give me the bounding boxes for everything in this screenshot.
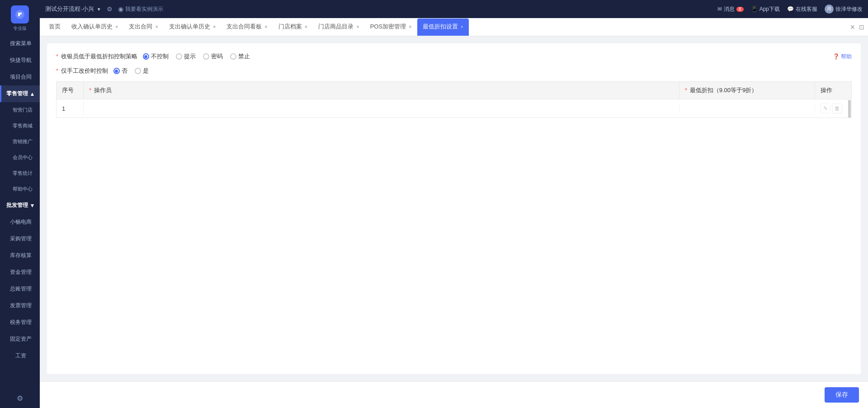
tab-close-icon[interactable]: × xyxy=(115,24,118,29)
radio-label-yes: 是 xyxy=(143,67,149,75)
tab-min-discount-settings[interactable]: 最低折扣设置 × xyxy=(417,19,469,36)
radio-yes[interactable]: 是 xyxy=(135,67,149,75)
tab-payment-contract-board[interactable]: 支出合同看板 × xyxy=(221,19,273,36)
sidebar-item-label: 会员中心 xyxy=(7,154,38,161)
topbar: 测试分开流程·小兴 ▼ ⚙ ◉ 我要看实例演示 ✉ 消息 8 📱 App下载 💬… xyxy=(40,0,868,18)
sidebar-item-marketing[interactable]: 营销推广 xyxy=(0,134,40,150)
sidebar-item-label: 帮助中心 xyxy=(7,186,38,192)
tab-store-product-catalog[interactable]: 门店商品目录 × xyxy=(313,19,364,36)
tabbar: 首页 收入确认单历史 × 支出合同 × 支出确认单历史 × 支出合同看板 × 门… xyxy=(40,18,868,36)
tab-expand-icon[interactable]: ⊡ xyxy=(859,23,864,31)
sidebar-item-label: 小畅电商 xyxy=(3,218,38,226)
required-star: * xyxy=(56,53,58,60)
online-support-button[interactable]: 💬 在线客服 xyxy=(787,5,817,13)
tab-store-file[interactable]: 门店档案 × xyxy=(273,19,313,36)
cell-operator[interactable] xyxy=(84,105,679,112)
sidebar-item-fixed-assets[interactable]: 固定资产 xyxy=(0,331,40,347)
demo-link[interactable]: ◉ 我要看实例演示 xyxy=(118,5,163,13)
tab-label: POS加密管理 xyxy=(370,23,406,31)
tab-close-icon[interactable]: × xyxy=(461,24,463,29)
sidebar-item-label: 库存核算 xyxy=(3,252,38,259)
tab-close-all-icon[interactable]: ✕ xyxy=(850,23,855,31)
tab-payment-contract[interactable]: 支出合同 × xyxy=(123,19,163,36)
message-icon: ✉ xyxy=(717,6,722,12)
user-icon: 用 xyxy=(825,5,834,14)
sidebar-item-retail-mall[interactable]: 零售商城 xyxy=(0,118,40,134)
tab-label: 最低折扣设置 xyxy=(423,23,458,31)
sidebar-item-quick-nav[interactable]: 快捷导航 xyxy=(0,52,40,69)
topbar-settings-icon[interactable]: ⚙ xyxy=(107,5,113,13)
delete-row-button[interactable]: 🗑 xyxy=(832,103,842,113)
form-row-discount-control: * 收银员低于最低折扣控制策略 不控制 提示 xyxy=(56,52,852,61)
sidebar-item-label: 零售统计 xyxy=(7,170,38,177)
tab-close-icon[interactable]: × xyxy=(409,24,411,29)
gear-icon: ⚙ xyxy=(17,394,23,402)
radio-forbid[interactable]: 禁止 xyxy=(230,52,250,61)
tab-close-icon[interactable]: × xyxy=(264,24,267,29)
sidebar-item-member-center[interactable]: 会员中心 xyxy=(0,150,40,165)
sidebar-item-inventory[interactable]: 库存核算 xyxy=(0,247,40,264)
content-wrapper: * 收银员低于最低折扣控制策略 不控制 提示 xyxy=(40,36,868,408)
sidebar-item-label: 快捷导航 xyxy=(3,56,38,64)
tab-income-confirm-history[interactable]: 收入确认单历史 × xyxy=(66,19,123,36)
app-logo-icon xyxy=(11,5,29,23)
radio-label-forbid: 禁止 xyxy=(238,52,250,61)
tab-payment-confirm-history[interactable]: 支出确认单历史 × xyxy=(164,19,221,36)
sidebar-item-label: 零售商城 xyxy=(7,122,38,129)
app-download-label: App下载 xyxy=(760,5,780,13)
radio-no[interactable]: 否 xyxy=(113,67,127,75)
message-button[interactable]: ✉ 消息 8 xyxy=(717,5,744,13)
sidebar-settings-button[interactable]: ⚙ xyxy=(0,389,40,408)
sidebar-item-batch-mgmt[interactable]: 批发管理 ▼ xyxy=(0,197,40,214)
sidebar-item-search[interactable]: 搜索菜单 xyxy=(0,35,40,52)
sidebar-item-general-ledger[interactable]: 总账管理 xyxy=(0,281,40,297)
sidebar-item-invoice-mgmt[interactable]: 发票管理 xyxy=(0,297,40,314)
message-label: 消息 xyxy=(724,5,735,13)
sidebar-item-label: 批发管理 xyxy=(6,202,28,209)
sidebar-item-help-center[interactable]: 帮助中心 xyxy=(0,181,40,197)
circle-icon: ◉ xyxy=(118,5,123,13)
form-label-manual-price: * 仅手工改价时控制 xyxy=(56,67,108,75)
cell-min-discount[interactable] xyxy=(679,105,815,112)
app-version-label: 专业版 xyxy=(13,25,27,32)
radio-icon-forbid xyxy=(230,53,236,60)
tab-home[interactable]: 首页 xyxy=(43,19,66,36)
project-selector[interactable]: 测试分开流程·小兴 ▼ xyxy=(45,5,101,13)
app-download-button[interactable]: 📱 App下载 xyxy=(751,5,780,13)
tab-close-icon[interactable]: × xyxy=(356,24,359,29)
tab-label: 支出合同看板 xyxy=(226,23,262,31)
help-link[interactable]: ❓ 帮助 xyxy=(833,53,852,61)
sidebar-item-tax-mgmt[interactable]: 税务管理 xyxy=(0,314,40,331)
radio-label-no-control: 不控制 xyxy=(151,52,169,61)
tab-close-icon[interactable]: × xyxy=(213,24,216,29)
save-button[interactable]: 保存 xyxy=(825,387,859,403)
tab-label: 支出确认单历史 xyxy=(169,23,210,31)
radio-remind[interactable]: 提示 xyxy=(176,52,196,61)
sidebar-item-salary[interactable]: 工资 xyxy=(0,347,40,364)
sidebar-item-retail-mgmt[interactable]: 零售管理 ▲ xyxy=(0,85,40,102)
form-row-manual-price: * 仅手工改价时控制 否 是 xyxy=(56,67,852,75)
page-footer: 保存 xyxy=(40,381,868,408)
sidebar-item-ecommerce[interactable]: 小畅电商 xyxy=(0,214,40,230)
main-card: * 收银员低于最低折扣控制策略 不控制 提示 xyxy=(47,43,861,374)
sidebar-item-label: 营销推广 xyxy=(7,138,38,145)
sidebar-item-retail-stats[interactable]: 零售统计 xyxy=(0,165,40,181)
tab-pos-password-mgmt[interactable]: POS加密管理 × xyxy=(365,19,417,36)
sidebar-item-purchase-mgmt[interactable]: 采购管理 xyxy=(0,230,40,247)
sidebar-item-smart-store[interactable]: 智营门店 xyxy=(0,102,40,118)
radio-label-remind: 提示 xyxy=(184,52,196,61)
radio-group-discount-control: 不控制 提示 密码 禁止 xyxy=(143,52,250,61)
sidebar-item-finance[interactable]: 资金管理 xyxy=(0,264,40,281)
tab-close-icon[interactable]: × xyxy=(155,24,158,29)
download-icon: 📱 xyxy=(751,6,758,12)
radio-no-control[interactable]: 不控制 xyxy=(143,52,169,61)
tab-close-icon[interactable]: × xyxy=(305,24,307,29)
radio-password[interactable]: 密码 xyxy=(203,52,223,61)
edit-row-button[interactable]: ✎ xyxy=(821,103,830,113)
sidebar-item-project-contract[interactable]: 项目合同 xyxy=(0,69,40,85)
sidebar-item-label: 资金管理 xyxy=(3,268,38,276)
main-area: 测试分开流程·小兴 ▼ ⚙ ◉ 我要看实例演示 ✉ 消息 8 📱 App下载 💬… xyxy=(40,0,868,408)
sidebar: 专业版 搜索菜单 快捷导航 项目合同 零售管理 ▲ 智营门店 零售商城 营销推广… xyxy=(0,0,40,408)
message-badge: 8 xyxy=(736,7,744,12)
user-profile-button[interactable]: 用 徐泽华修改 xyxy=(825,5,863,14)
